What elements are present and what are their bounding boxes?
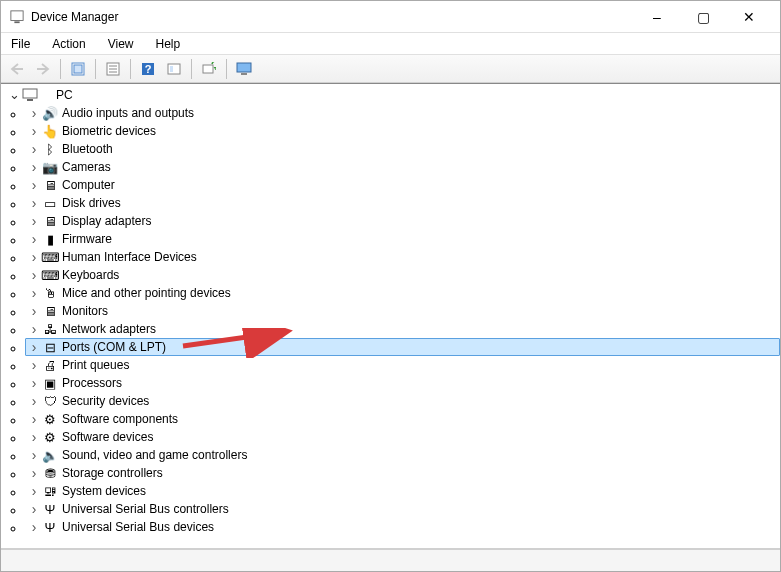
svg-rect-12 bbox=[203, 65, 213, 73]
expand-toggle-icon[interactable] bbox=[27, 358, 41, 372]
menu-view[interactable]: View bbox=[104, 35, 138, 53]
category-label: Computer bbox=[62, 178, 115, 192]
category-processors[interactable]: ▣Processors bbox=[25, 374, 780, 392]
expand-toggle-icon[interactable] bbox=[27, 268, 41, 282]
maximize-button[interactable]: ▢ bbox=[680, 2, 726, 32]
toolbar-container-button[interactable] bbox=[66, 58, 90, 80]
menu-help[interactable]: Help bbox=[152, 35, 185, 53]
swcomp-icon: ⚙ bbox=[42, 411, 58, 427]
category-printq[interactable]: 🖨Print queues bbox=[25, 356, 780, 374]
category-label: Ports (COM & LPT) bbox=[62, 340, 166, 354]
window-title: Device Manager bbox=[31, 10, 634, 24]
category-label: Print queues bbox=[62, 358, 129, 372]
category-list: 🔊Audio inputs and outputs👆Biometric devi… bbox=[5, 104, 780, 536]
category-label: Bluetooth bbox=[62, 142, 113, 156]
expand-toggle-icon[interactable] bbox=[27, 196, 41, 210]
toolbar-back-button[interactable] bbox=[5, 58, 29, 80]
disks-icon: ▭ bbox=[42, 195, 58, 211]
expand-toggle-icon[interactable] bbox=[27, 178, 41, 192]
category-biometric[interactable]: 👆Biometric devices bbox=[25, 122, 780, 140]
category-label: Display adapters bbox=[62, 214, 151, 228]
expand-toggle-icon[interactable] bbox=[27, 502, 41, 516]
category-bluetooth[interactable]: ᛒBluetooth bbox=[25, 140, 780, 158]
category-swcomp[interactable]: ⚙Software components bbox=[25, 410, 780, 428]
expand-toggle-icon[interactable] bbox=[27, 412, 41, 426]
category-label: Universal Serial Bus controllers bbox=[62, 502, 229, 516]
category-label: Network adapters bbox=[62, 322, 156, 336]
firmware-icon: ▮ bbox=[42, 231, 58, 247]
svg-rect-0 bbox=[11, 10, 23, 20]
toolbar-help-button[interactable]: ? bbox=[136, 58, 160, 80]
category-swdev[interactable]: ⚙Software devices bbox=[25, 428, 780, 446]
expand-toggle-icon[interactable] bbox=[27, 250, 41, 264]
expand-toggle-icon[interactable] bbox=[27, 394, 41, 408]
toolbar-action-button[interactable] bbox=[162, 58, 186, 80]
expand-toggle-icon[interactable] bbox=[7, 88, 21, 102]
category-storage[interactable]: ⛃Storage controllers bbox=[25, 464, 780, 482]
cameras-icon: 📷 bbox=[42, 159, 58, 175]
expand-toggle-icon[interactable] bbox=[27, 232, 41, 246]
category-keyboards[interactable]: ⌨Keyboards bbox=[25, 266, 780, 284]
toolbar-forward-button[interactable] bbox=[31, 58, 55, 80]
category-system[interactable]: 🖳System devices bbox=[25, 482, 780, 500]
category-label: Security devices bbox=[62, 394, 149, 408]
toolbar-scan-button[interactable] bbox=[197, 58, 221, 80]
category-label: Processors bbox=[62, 376, 122, 390]
minimize-button[interactable]: – bbox=[634, 2, 680, 32]
toolbar-separator bbox=[95, 59, 96, 79]
category-cameras[interactable]: 📷Cameras bbox=[25, 158, 780, 176]
expand-toggle-icon[interactable] bbox=[27, 142, 41, 156]
tree-root-node[interactable]: PC bbox=[5, 86, 780, 104]
expand-toggle-icon[interactable] bbox=[27, 340, 41, 354]
category-usbctrl[interactable]: ΨUniversal Serial Bus controllers bbox=[25, 500, 780, 518]
expand-toggle-icon[interactable] bbox=[27, 466, 41, 480]
toolbar-properties-button[interactable] bbox=[101, 58, 125, 80]
title-bar: Device Manager – ▢ ✕ bbox=[1, 1, 780, 33]
category-label: Storage controllers bbox=[62, 466, 163, 480]
category-monitors[interactable]: 🖥Monitors bbox=[25, 302, 780, 320]
category-hid[interactable]: ⌨Human Interface Devices bbox=[25, 248, 780, 266]
category-ports[interactable]: ⊟Ports (COM & LPT) bbox=[25, 338, 780, 356]
category-firmware[interactable]: ▮Firmware bbox=[25, 230, 780, 248]
expand-toggle-icon[interactable] bbox=[27, 430, 41, 444]
window-controls: – ▢ ✕ bbox=[634, 2, 772, 32]
close-button[interactable]: ✕ bbox=[726, 2, 772, 32]
menu-file[interactable]: File bbox=[7, 35, 34, 53]
category-label: Mice and other pointing devices bbox=[62, 286, 231, 300]
computer-icon: 🖥 bbox=[42, 177, 58, 193]
category-computer[interactable]: 🖥Computer bbox=[25, 176, 780, 194]
expand-toggle-icon[interactable] bbox=[27, 304, 41, 318]
expand-toggle-icon[interactable] bbox=[27, 106, 41, 120]
device-tree: PC 🔊Audio inputs and outputs👆Biometric d… bbox=[1, 86, 780, 536]
svg-rect-16 bbox=[27, 99, 33, 101]
expand-toggle-icon[interactable] bbox=[27, 124, 41, 138]
category-sound[interactable]: 🔈Sound, video and game controllers bbox=[25, 446, 780, 464]
category-display[interactable]: 🖥Display adapters bbox=[25, 212, 780, 230]
svg-rect-3 bbox=[74, 65, 82, 73]
device-tree-panel[interactable]: PC 🔊Audio inputs and outputs👆Biometric d… bbox=[1, 83, 780, 549]
category-audio[interactable]: 🔊Audio inputs and outputs bbox=[25, 104, 780, 122]
category-usbdev[interactable]: ΨUniversal Serial Bus devices bbox=[25, 518, 780, 536]
category-mice[interactable]: 🖱Mice and other pointing devices bbox=[25, 284, 780, 302]
expand-toggle-icon[interactable] bbox=[27, 286, 41, 300]
category-security[interactable]: 🛡Security devices bbox=[25, 392, 780, 410]
svg-rect-1 bbox=[14, 21, 19, 23]
usbdev-icon: Ψ bbox=[42, 519, 58, 535]
expand-toggle-icon[interactable] bbox=[27, 376, 41, 390]
toolbar: ? bbox=[1, 55, 780, 83]
toolbar-monitor-button[interactable] bbox=[232, 58, 256, 80]
expand-toggle-icon[interactable] bbox=[27, 520, 41, 534]
expand-toggle-icon[interactable] bbox=[27, 160, 41, 174]
svg-rect-15 bbox=[23, 89, 37, 98]
expand-toggle-icon[interactable] bbox=[27, 214, 41, 228]
expand-toggle-icon[interactable] bbox=[27, 484, 41, 498]
category-network[interactable]: 🖧Network adapters bbox=[25, 320, 780, 338]
display-icon: 🖥 bbox=[42, 213, 58, 229]
expand-toggle-icon[interactable] bbox=[27, 322, 41, 336]
swdev-icon: ⚙ bbox=[42, 429, 58, 445]
menu-action[interactable]: Action bbox=[48, 35, 89, 53]
category-disks[interactable]: ▭Disk drives bbox=[25, 194, 780, 212]
expand-toggle-icon[interactable] bbox=[27, 448, 41, 462]
svg-text:?: ? bbox=[145, 63, 152, 75]
app-icon bbox=[9, 9, 25, 25]
